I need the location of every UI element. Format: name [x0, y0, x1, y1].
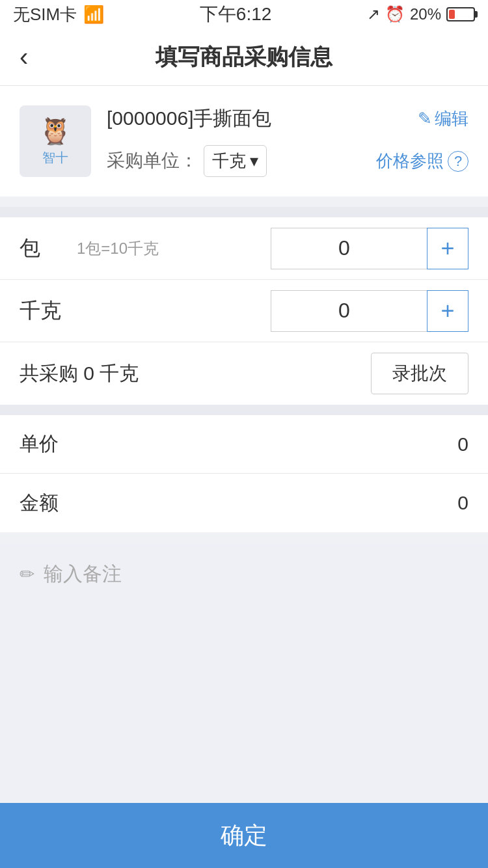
- edit-icon: ✎: [418, 109, 432, 129]
- kg-plus-button[interactable]: +: [427, 290, 468, 332]
- bag-input-row: 包 1包=10千克 +: [0, 217, 488, 280]
- nav-title: 填写商品采购信息: [156, 42, 332, 72]
- summary-row: 共采购 0 千克 录批次: [0, 342, 488, 405]
- price-ref-label: 价格参照: [376, 150, 444, 172]
- product-name: [0000006]手撕面包: [107, 105, 271, 132]
- unit-price-value: 0: [457, 433, 468, 455]
- nav-bar: ‹ 填写商品采购信息: [0, 29, 488, 86]
- status-bar: 无SIM卡 📶 下午6:12 ↗ ⏰ 20%: [0, 0, 488, 29]
- unit-selector[interactable]: 千克 ▾: [204, 145, 267, 177]
- battery-percent: 20%: [410, 5, 441, 23]
- edit-button[interactable]: ✎ 编辑: [418, 107, 468, 130]
- remark-placeholder: 输入备注: [44, 561, 122, 588]
- product-image: 🦉 智十: [20, 105, 91, 177]
- summary-text: 共采购 0 千克: [20, 360, 139, 387]
- edit-label: 编辑: [435, 107, 468, 130]
- kg-input-row: 千克 +: [0, 280, 488, 342]
- status-bar-left: 无SIM卡 📶: [13, 3, 104, 26]
- unit-label: 采购单位：: [107, 150, 198, 170]
- content-area: [0, 606, 488, 801]
- bag-input-control: +: [159, 228, 468, 269]
- bag-label: 包: [20, 234, 72, 263]
- record-batch-button[interactable]: 录批次: [371, 353, 468, 394]
- unit-value: 千克: [212, 150, 246, 172]
- amount-row: 金额 0: [0, 474, 488, 532]
- product-info: [0000006]手撕面包 ✎ 编辑 采购单位： 千克 ▾ 价格参照 ?: [107, 105, 468, 177]
- location-icon: ↗: [367, 5, 380, 23]
- confirm-button[interactable]: 确定: [0, 803, 488, 868]
- pencil-icon: ✏: [20, 563, 34, 585]
- confirm-button-container: 确定: [0, 803, 488, 868]
- section-divider-2: [0, 405, 488, 415]
- alarm-icon: ⏰: [385, 5, 405, 23]
- kg-label: 千克: [20, 297, 72, 325]
- remark-section[interactable]: ✏ 输入备注: [0, 543, 488, 606]
- status-bar-right: ↗ ⏰ 20%: [367, 5, 475, 23]
- input-section: 包 1包=10千克 + 千克 +: [0, 217, 488, 342]
- unit-row: 采购单位： 千克 ▾ 价格参照 ?: [107, 145, 468, 177]
- help-icon: ?: [448, 151, 468, 172]
- product-name-row: [0000006]手撕面包 ✎ 编辑: [107, 105, 468, 132]
- product-logo-icon: 🦉: [39, 116, 72, 146]
- unit-price-label: 单价: [20, 431, 59, 457]
- price-section: 单价 0 金额 0: [0, 415, 488, 532]
- unit-price-row: 单价 0: [0, 415, 488, 474]
- price-ref-button[interactable]: 价格参照 ?: [376, 150, 468, 172]
- amount-value: 0: [457, 492, 468, 514]
- kg-input-control: +: [72, 290, 468, 332]
- kg-quantity-input[interactable]: [271, 290, 427, 332]
- bag-plus-button[interactable]: +: [427, 228, 468, 269]
- wifi-icon: 📶: [83, 5, 104, 25]
- bag-quantity-input[interactable]: [271, 228, 427, 269]
- unit-label-group: 采购单位： 千克 ▾: [107, 145, 267, 177]
- bag-sub-label: 1包=10千克: [77, 238, 159, 259]
- section-divider-1: [0, 207, 488, 217]
- time-label: 下午6:12: [200, 2, 272, 27]
- brand-text: 智十: [42, 149, 68, 167]
- amount-label: 金额: [20, 490, 59, 517]
- carrier-label: 无SIM卡: [13, 3, 77, 26]
- product-card: 🦉 智十 [0000006]手撕面包 ✎ 编辑 采购单位： 千克 ▾ 价格参照 …: [0, 86, 488, 197]
- back-button[interactable]: ‹: [13, 36, 34, 78]
- dropdown-arrow-icon: ▾: [250, 151, 258, 171]
- battery-icon: [446, 7, 475, 21]
